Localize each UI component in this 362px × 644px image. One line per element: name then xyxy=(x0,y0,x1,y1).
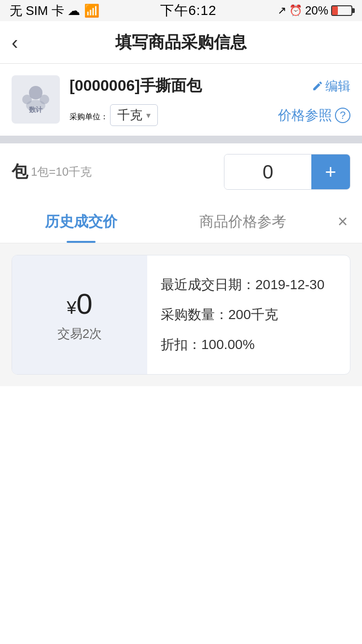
price-date-label: 最近成交日期： xyxy=(161,277,255,292)
battery-icon xyxy=(331,5,352,16)
product-thumb-image: 数计 xyxy=(16,79,55,120)
price-ref-label: 价格参照 xyxy=(278,106,332,125)
price-discount-row: 折扣：100.00% xyxy=(161,335,336,355)
unit-row: 采购单位： 千克 ▾ 价格参照 ? xyxy=(70,104,350,126)
price-symbol: ¥ xyxy=(67,298,76,318)
tab-reference[interactable]: 商品价格参考 xyxy=(162,200,323,243)
tab-reference-label: 商品价格参考 xyxy=(199,212,286,232)
status-bar: 无 SIM 卡 ☁ 📶 下午6:12 ↗ ⏰ 20% xyxy=(0,0,362,21)
card-container: ¥0 交易2次 最近成交日期：2019-12-30 采购数量：200千克 折扣：… xyxy=(0,243,362,386)
close-icon: × xyxy=(337,211,348,232)
price-qty-value: 200千克 xyxy=(228,307,278,322)
location-icon: ↗ xyxy=(278,4,286,17)
status-time: 下午6:12 xyxy=(160,1,217,20)
product-card: 数计 [0000006]手撕面包 编辑 采购单位： 千克 ▾ xyxy=(0,64,362,136)
quantity-input-group: 0 + xyxy=(224,154,350,190)
price-card-left: ¥0 交易2次 xyxy=(12,255,147,374)
product-title: 手撕面包 xyxy=(140,77,202,94)
quantity-unit-conversion: 1包=10千克 xyxy=(31,164,92,180)
price-reference-button[interactable]: 价格参照 ? xyxy=(278,106,350,125)
price-date-value: 2019-12-30 xyxy=(255,277,324,292)
edit-button[interactable]: 编辑 xyxy=(312,78,350,95)
price-qty-row: 采购数量：200千克 xyxy=(161,305,336,325)
status-left: 无 SIM 卡 ☁ 📶 xyxy=(10,2,99,19)
unit-chevron-icon: ▾ xyxy=(146,110,151,121)
price-discount-value: 100.00% xyxy=(201,337,255,352)
section-divider xyxy=(0,136,362,143)
quantity-input[interactable]: 0 xyxy=(224,154,311,189)
price-qty-label: 采购数量： xyxy=(161,307,228,322)
svg-text:数计: 数计 xyxy=(28,106,43,113)
tab-history-label: 历史成交价 xyxy=(45,212,117,232)
price-value: 0 xyxy=(76,288,92,320)
status-right: ↗ ⏰ 20% xyxy=(278,4,352,17)
back-button[interactable]: ‹ xyxy=(12,33,18,52)
product-info: [0000006]手撕面包 编辑 采购单位： 千克 ▾ 价格参照 ? xyxy=(70,75,350,126)
price-ref-help-icon: ? xyxy=(335,108,350,123)
price-discount-label: 折扣： xyxy=(161,337,201,352)
battery-percent: 20% xyxy=(305,4,328,17)
price-card: ¥0 交易2次 最近成交日期：2019-12-30 采购数量：200千克 折扣：… xyxy=(12,255,350,375)
sim-label: 无 SIM 卡 ☁ xyxy=(10,2,80,19)
unit-label-group: 采购单位： 千克 ▾ xyxy=(70,104,158,126)
product-row: 数计 [0000006]手撕面包 编辑 采购单位： 千克 ▾ xyxy=(12,75,350,126)
unit-value: 千克 xyxy=(117,107,142,124)
quantity-unit-display: 包 1包=10千克 xyxy=(12,161,92,183)
price-transactions: 交易2次 xyxy=(57,325,102,342)
price-card-right: 最近成交日期：2019-12-30 采购数量：200千克 折扣：100.00% xyxy=(147,255,350,374)
product-name-row: [0000006]手撕面包 编辑 xyxy=(70,75,350,97)
product-thumbnail: 数计 xyxy=(12,75,60,124)
edit-label: 编辑 xyxy=(325,78,350,95)
unit-select-button[interactable]: 千克 ▾ xyxy=(110,104,158,126)
product-name: [0000006]手撕面包 xyxy=(70,75,202,97)
product-id: [0000006] xyxy=(70,77,140,94)
price-amount: ¥0 xyxy=(67,287,92,321)
price-date-row: 最近成交日期：2019-12-30 xyxy=(161,275,336,295)
quantity-plus-button[interactable]: + xyxy=(311,154,350,189)
nav-bar: ‹ 填写商品采购信息 xyxy=(0,21,362,64)
unit-label-text: 采购单位： xyxy=(70,112,108,121)
tab-close-button[interactable]: × xyxy=(323,200,362,243)
quantity-row: 包 1包=10千克 0 + xyxy=(0,143,362,200)
tabs-container: 历史成交价 商品价格参考 × xyxy=(0,200,362,243)
quantity-unit-big: 包 xyxy=(12,161,28,183)
bottom-area xyxy=(0,386,362,644)
battery-fill xyxy=(332,6,338,15)
tab-history[interactable]: 历史成交价 xyxy=(0,200,162,243)
page-title: 填写商品采购信息 xyxy=(115,31,247,54)
alarm-icon: ⏰ xyxy=(289,4,302,17)
wifi-icon: 📶 xyxy=(84,3,99,18)
